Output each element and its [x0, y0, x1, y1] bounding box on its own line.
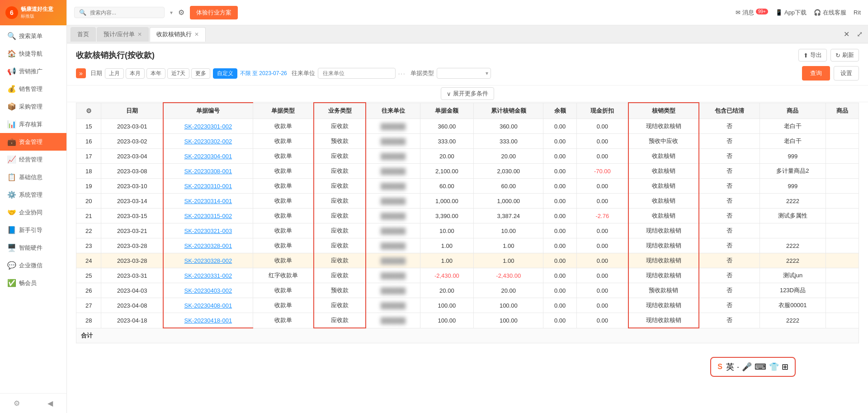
table-row: 25 2023-03-31 SK-20230331-002 红字收款单 应收款 …: [76, 268, 859, 283]
table-gear-icon[interactable]: ⚙: [86, 107, 92, 114]
tab-home[interactable]: 首页: [71, 27, 96, 42]
query-button[interactable]: 查询: [802, 66, 830, 81]
sidebar-item-system[interactable]: ⚙️ 系统管理: [0, 186, 66, 204]
sidebar-icon-system: ⚙️: [7, 190, 15, 199]
cell-seq: 15: [76, 119, 101, 134]
topbar-search-box[interactable]: 🔍: [74, 7, 165, 18]
more-date-btn[interactable]: 更多: [191, 68, 210, 79]
custom-date-btn[interactable]: 自定义: [213, 68, 237, 79]
sidebar-icon-hardware: 🖥️: [7, 243, 15, 252]
tab-receipt-close-icon[interactable]: ✕: [194, 31, 199, 38]
cell-product: 衣服00001: [760, 298, 826, 313]
sidebar-item-enterprise[interactable]: 🤝 企业协同: [0, 204, 66, 221]
sidebar-item-operations[interactable]: 📈 经营管理: [0, 151, 66, 168]
sidebar-label-system: 系统管理: [19, 191, 42, 199]
sidebar-label-purchase: 采购管理: [19, 103, 42, 111]
th-balance: 余额: [543, 103, 576, 119]
sidebar-label-enterprise: 企业协同: [19, 209, 42, 217]
this-year-btn[interactable]: 本年: [146, 68, 165, 79]
sidebar-item-hardware[interactable]: 🖥️ 智能硬件: [0, 239, 66, 256]
cell-balance: 0.00: [543, 179, 576, 194]
online-service-action[interactable]: 🎧 在线客服: [814, 9, 846, 17]
cell-doc-no: SK-20230301-002: [163, 119, 253, 134]
refresh-button[interactable]: ↻ 刷新: [830, 49, 859, 62]
doc-no-link[interactable]: SK-20230328-001: [184, 242, 232, 249]
doc-no-link[interactable]: SK-20230310-001: [184, 183, 232, 190]
doc-no-link[interactable]: SK-20230308-001: [184, 168, 232, 175]
wm-dot-icon: ·: [737, 362, 739, 372]
cell-write-off-type: 现结收款核销: [628, 268, 699, 283]
filter-expand-button[interactable]: »: [76, 68, 86, 78]
expand-conditions-button[interactable]: ∨ 展开更多条件: [441, 87, 494, 100]
th-gear[interactable]: ⚙: [76, 103, 101, 119]
sidebar-icon-inventory: 📊: [7, 120, 15, 128]
cell-date: 2023-04-08: [101, 298, 163, 313]
refresh-label: 刷新: [842, 51, 854, 59]
user-name[interactable]: Rit: [854, 9, 861, 16]
sidebar-item-marketing[interactable]: 📢 营销推广: [0, 62, 66, 80]
cell-doc-type: 收款单: [253, 194, 314, 209]
cell-biz-type: 应收款: [314, 253, 366, 268]
doc-no-link[interactable]: SK-20230301-002: [184, 123, 232, 130]
cell-biz-type: 应收款: [314, 223, 366, 238]
doc-no-link[interactable]: SK-20230328-002: [184, 257, 232, 264]
sidebar-item-quicknav[interactable]: 🏠 快捷导航: [0, 45, 66, 62]
message-action[interactable]: ✉ 消息 99+: [736, 9, 768, 17]
sidebar-icon-marketing: 📢: [7, 67, 15, 76]
sidebar-settings-icon[interactable]: ⚙: [10, 397, 24, 409]
table-row: 23 2023-03-28 SK-20230328-001 收款单 应收款 ██…: [76, 238, 859, 253]
cell-cash-discount: 0.00: [576, 149, 628, 164]
search-input[interactable]: [90, 9, 153, 16]
cell-counterpart: ██████: [366, 298, 420, 313]
cell-doc-type: 收款单: [253, 179, 314, 194]
wm-mic-icon: 🎤: [742, 362, 752, 372]
doc-no-link[interactable]: SK-20230418-001: [184, 317, 232, 324]
tab-payable-close-icon[interactable]: ✕: [137, 31, 142, 38]
doc-no-link[interactable]: SK-20230314-001: [184, 198, 232, 204]
tab-receipt[interactable]: 收款核销执行 ✕: [150, 27, 206, 42]
last-7-days-btn[interactable]: 近7天: [167, 68, 189, 79]
cell-product2: [826, 313, 859, 328]
solution-button[interactable]: 体验行业方案: [190, 6, 238, 19]
cell-doc-amount: 20.00: [420, 283, 473, 298]
table-row: 26 2023-04-03 SK-20230403-002 收款单 预收款 ██…: [76, 283, 859, 298]
filter-settings-button[interactable]: 设置: [834, 66, 859, 81]
doc-no-link[interactable]: SK-20230302-002: [184, 138, 232, 145]
cell-product: 测试多属性: [760, 209, 826, 223]
cell-balance: 0.00: [543, 164, 576, 179]
th-product: 商品: [760, 103, 826, 119]
doc-no-link[interactable]: SK-20230403-002: [184, 287, 232, 294]
sidebar-item-member[interactable]: ✅ 畅会员: [0, 274, 66, 292]
sidebar-item-wecom[interactable]: 💬 企业微信: [0, 256, 66, 274]
sidebar-collapse-icon[interactable]: ◀: [44, 397, 57, 409]
sidebar-item-basic[interactable]: 📋 基础信息: [0, 168, 66, 186]
app-download-action[interactable]: 📱 App下载: [775, 9, 807, 17]
cell-cash-discount: 0.00: [576, 223, 628, 238]
cell-cash-discount: 0.00: [576, 119, 628, 134]
sidebar-icon-quicknav: 🏠: [7, 49, 15, 58]
sidebar-item-sales[interactable]: 💰 销售管理: [0, 80, 66, 98]
tab-expand-icon[interactable]: ⤢: [855, 28, 864, 40]
sidebar-item-search[interactable]: 🔍 搜索菜单: [0, 27, 66, 45]
sidebar-item-purchase[interactable]: 📦 采购管理: [0, 98, 66, 115]
counterpart-value: ██████: [381, 213, 406, 219]
tab-payable[interactable]: 预计/应付单 ✕: [97, 27, 149, 42]
doc-type-select[interactable]: [437, 68, 491, 79]
doc-no-link[interactable]: SK-20230331-002: [184, 272, 232, 279]
doc-no-link[interactable]: SK-20230321-003: [184, 228, 232, 234]
doc-no-link[interactable]: SK-20230304-001: [184, 153, 232, 160]
doc-type-filter-group: 单据类型: [410, 68, 491, 79]
sidebar-item-guide[interactable]: 📘 新手引导: [0, 221, 66, 239]
doc-no-link[interactable]: SK-20230315-002: [184, 213, 232, 219]
export-button[interactable]: ⬆ 导出: [798, 49, 827, 62]
counterpart-value: ██████: [381, 183, 406, 190]
sidebar-item-inventory[interactable]: 📊 库存核算: [0, 115, 66, 133]
last-month-btn[interactable]: 上月: [105, 68, 124, 79]
tab-close-all-icon[interactable]: ✕: [842, 28, 851, 40]
doc-no-link[interactable]: SK-20230408-001: [184, 302, 232, 309]
counterpart-input[interactable]: [318, 68, 396, 79]
sidebar-item-finance[interactable]: 💼 资金管理: [0, 133, 66, 151]
this-month-btn[interactable]: 本月: [126, 68, 145, 79]
topbar-gear-icon[interactable]: ⚙: [178, 8, 184, 17]
cell-biz-type: 应收款: [314, 119, 366, 134]
